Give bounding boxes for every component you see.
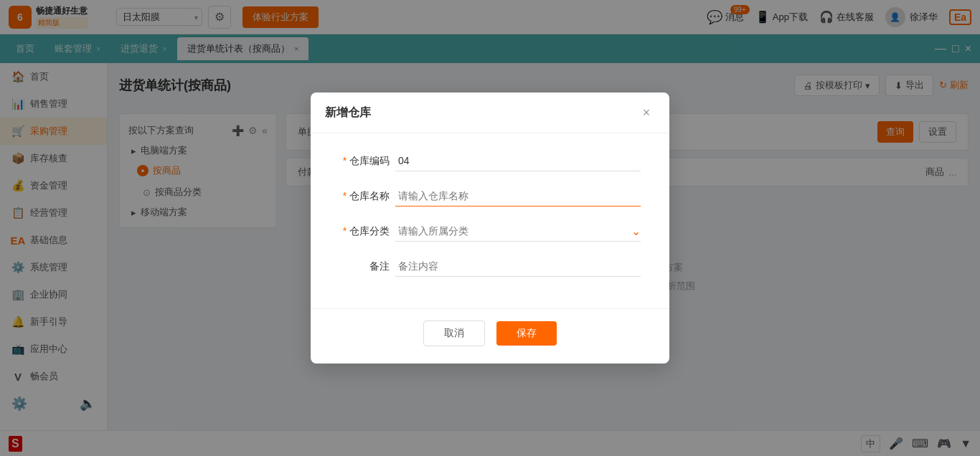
save-button[interactable]: 保存 (496, 321, 557, 346)
warehouse-name-label: 仓库名称 (339, 190, 390, 203)
form-row-name: 仓库名称 (339, 186, 641, 206)
form-row-remark: 备注 (339, 256, 641, 277)
warehouse-remark-label: 备注 (339, 260, 390, 273)
modal-add-warehouse: 新增仓库 × 仓库编码 仓库名称 仓库分类 ⌄ (311, 92, 669, 364)
form-row-code: 仓库编码 (339, 151, 641, 171)
warehouse-code-label: 仓库编码 (339, 155, 390, 168)
modal-overlay[interactable]: 新增仓库 × 仓库编码 仓库名称 仓库分类 ⌄ (0, 0, 980, 456)
warehouse-remark-input[interactable] (395, 256, 641, 277)
cancel-button[interactable]: 取消 (423, 320, 485, 346)
warehouse-category-input[interactable] (395, 221, 631, 241)
modal-close-button[interactable]: × (638, 104, 655, 121)
form-row-category: 仓库分类 ⌄ (339, 221, 641, 242)
warehouse-name-input[interactable] (395, 186, 641, 206)
modal-header: 新增仓库 × (311, 92, 669, 133)
modal-body: 仓库编码 仓库名称 仓库分类 ⌄ 备注 (311, 133, 669, 308)
warehouse-category-label: 仓库分类 (339, 225, 390, 238)
warehouse-code-input[interactable] (395, 151, 641, 171)
modal-footer: 取消 保存 (311, 308, 669, 364)
modal-title: 新增仓库 (325, 105, 371, 120)
category-dropdown-icon[interactable]: ⌄ (631, 224, 641, 238)
warehouse-category-select-wrap[interactable]: ⌄ (395, 221, 641, 242)
